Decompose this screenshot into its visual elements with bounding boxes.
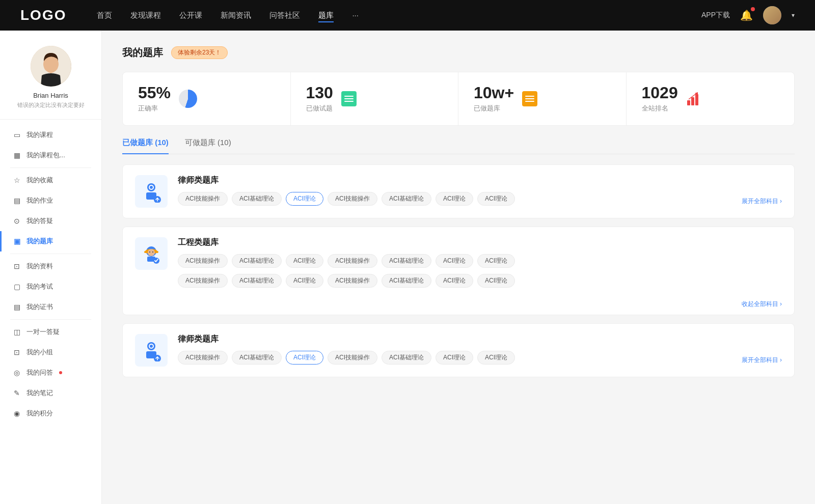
star-icon: ☆ — [12, 176, 21, 184]
nav-home[interactable]: 首页 — [97, 9, 112, 22]
user-dropdown-icon[interactable]: ▾ — [792, 12, 795, 19]
bank-1-tag-6[interactable]: ACI理论 — [477, 254, 515, 268]
document-icon: ▭ — [12, 131, 21, 139]
tab-available-banks[interactable]: 可做题库 (10) — [185, 138, 231, 154]
stat-done-questions-value: 130 — [306, 85, 333, 101]
list-line-1 — [344, 96, 354, 97]
bank-0-expand[interactable]: 展开全部科目 › — [742, 195, 782, 206]
sidebar-item-my-courses[interactable]: ▭ 我的课程 — [0, 125, 101, 145]
bank-1-r2-tag-6[interactable]: ACI理论 — [477, 274, 515, 288]
sidebar-motto: 错误的决定比没有决定要好 — [12, 101, 90, 109]
nav-news[interactable]: 新闻资讯 — [221, 9, 251, 22]
bank-1-r2-tag-0[interactable]: ACI技能操作 — [178, 274, 228, 288]
bank-2-tag-3[interactable]: ACI技能操作 — [328, 351, 377, 365]
bank-0-tag-3[interactable]: ACI技能操作 — [328, 192, 377, 206]
bank-1-r2-tag-1[interactable]: ACI基础理论 — [232, 274, 282, 288]
bank-1-tag-1[interactable]: ACI基础理论 — [232, 254, 282, 268]
bank-2-expand[interactable]: 展开全部科目 › — [742, 354, 782, 365]
bank-0-tag-0[interactable]: ACI技能操作 — [178, 192, 228, 206]
list-line-2 — [344, 98, 354, 99]
sidebar-label-notes: 我的笔记 — [26, 388, 53, 398]
exam-icon: ▢ — [12, 283, 21, 291]
list-line-3 — [344, 101, 354, 102]
sidebar-item-question-bank[interactable]: ▣ 我的题库 — [0, 231, 101, 251]
sidebar-item-notes[interactable]: ✎ 我的笔记 — [0, 383, 101, 403]
sidebar-item-course-package[interactable]: ▦ 我的课程包... — [0, 145, 101, 165]
bank-1-tag-4[interactable]: ACI基础理论 — [382, 254, 431, 268]
bank-1-r2-tag-3[interactable]: ACI技能操作 — [328, 274, 377, 288]
sidebar-avatar[interactable] — [31, 46, 71, 87]
bank-0-tag-2[interactable]: ACI理论 — [286, 192, 323, 206]
bank-1-r2-tag-4[interactable]: ACI基础理论 — [382, 274, 431, 288]
sidebar-menu: ▭ 我的课程 ▦ 我的课程包... ☆ 我的收藏 ▤ 我的作业 ⊙ 我的答疑 ▣ — [0, 125, 101, 424]
stat-done-questions-label: 已做试题 — [306, 104, 333, 113]
svg-point-18 — [149, 251, 150, 253]
sidebar-item-groups[interactable]: ⊡ 我的小组 — [0, 342, 101, 362]
stat-ranking: 1029 全站排名 — [627, 72, 795, 125]
sidebar-label-exams: 我的考试 — [26, 282, 53, 291]
bank-0-tag-4[interactable]: ACI基础理论 — [382, 192, 431, 206]
sidebar-item-certificates[interactable]: ▤ 我的证书 — [0, 297, 101, 317]
page-header: 我的题库 体验剩余23天！ — [122, 46, 795, 60]
bank-0-tag-6[interactable]: ACI理论 — [477, 192, 515, 206]
bank-2-icon-wrap — [135, 334, 168, 367]
list-lines-orange — [525, 96, 534, 102]
nav-qa[interactable]: 问答社区 — [269, 9, 300, 22]
svg-point-11 — [150, 186, 153, 189]
bank-0-tag-1[interactable]: ACI基础理论 — [232, 192, 282, 206]
bank-card-0-header: 律师类题库 ACI技能操作 ACI基础理论 ACI理论 ACI技能操作 ACI基… — [135, 175, 782, 208]
bank-2-tag-4[interactable]: ACI基础理论 — [382, 351, 431, 365]
nav-menu: 首页 发现课程 公开课 新闻资讯 问答社区 题库 ··· — [97, 9, 701, 22]
nav-open-course[interactable]: 公开课 — [179, 9, 202, 22]
stat-done-banks-text: 10w+ 已做题库 — [474, 85, 514, 113]
sidebar-item-homework[interactable]: ▤ 我的作业 — [0, 190, 101, 211]
bank-2-tag-1[interactable]: ACI基础理论 — [232, 351, 282, 365]
bank-1-tag-5[interactable]: ACI理论 — [436, 254, 473, 268]
bank-1-tag-0[interactable]: ACI技能操作 — [178, 254, 228, 268]
tab-done-banks[interactable]: 已做题库 (10) — [122, 138, 169, 154]
user-avatar[interactable] — [763, 6, 781, 24]
sidebar-item-exams[interactable]: ▢ 我的考试 — [0, 276, 101, 297]
main-layout: Brian Harris 错误的决定比没有决定要好 ▭ 我的课程 ▦ 我的课程包… — [0, 31, 815, 504]
sidebar-item-points[interactable]: ◉ 我的积分 — [0, 403, 101, 424]
navbar: LOGO 首页 发现课程 公开课 新闻资讯 问答社区 题库 ··· APP下载 … — [0, 0, 815, 31]
bank-1-tag-2[interactable]: ACI理论 — [286, 254, 323, 268]
logo[interactable]: LOGO — [20, 7, 66, 23]
bank-2-tag-0[interactable]: ACI技能操作 — [178, 351, 228, 365]
app-download-button[interactable]: APP下载 — [701, 11, 730, 20]
tabs-row: 已做题库 (10) 可做题库 (10) — [122, 138, 795, 154]
sidebar-item-profile[interactable]: ⊡ 我的资料 — [0, 256, 101, 276]
nav-discover[interactable]: 发现课程 — [130, 9, 161, 22]
stat-accuracy-text: 55% 正确率 — [138, 85, 171, 113]
stat-ranking-label: 全站排名 — [642, 104, 678, 113]
bank-card-2-inner: 律师类题库 ACI技能操作 ACI基础理论 ACI理论 ACI技能操作 ACI基… — [123, 324, 794, 377]
notification-bell[interactable]: 🔔 — [740, 9, 753, 21]
bank-2-tag-6[interactable]: ACI理论 — [477, 351, 515, 365]
bank-1-r2-tag-2[interactable]: ACI理论 — [286, 274, 323, 288]
sidebar-item-tutoring[interactable]: ◫ 一对一答疑 — [0, 322, 101, 342]
bank-2-tag-5[interactable]: ACI理论 — [436, 351, 473, 365]
bank-2-info: 律师类题库 ACI技能操作 ACI基础理论 ACI理论 ACI技能操作 ACI基… — [178, 334, 782, 365]
sidebar-label-question-bank: 我的题库 — [26, 237, 53, 246]
sidebar-item-my-qa[interactable]: ◎ 我的问答 — [0, 362, 101, 383]
homework-icon: ▤ — [12, 197, 21, 205]
bank-0-tag-5[interactable]: ACI理论 — [436, 192, 473, 206]
bank-card-1-header: 工程类题库 ACI技能操作 ACI基础理论 ACI理论 ACI技能操作 ACI基… — [135, 237, 782, 270]
sidebar-item-favorites[interactable]: ☆ 我的收藏 — [0, 170, 101, 190]
sidebar-divider-1 — [10, 167, 91, 168]
bank-1-collapse[interactable]: 收起全部科目 › — [123, 298, 794, 315]
bank-1-tag-3[interactable]: ACI技能操作 — [328, 254, 377, 268]
bell-icon: 🔔 — [740, 10, 753, 21]
bank-1-r2-tag-5[interactable]: ACI理论 — [436, 274, 473, 288]
stat-done-banks-value: 10w+ — [474, 85, 514, 101]
trial-badge: 体验剩余23天！ — [171, 46, 228, 59]
nav-question-bank[interactable]: 题库 — [318, 9, 334, 22]
bank-2-tag-2[interactable]: ACI理论 — [286, 351, 323, 365]
ranking-icon — [686, 91, 701, 106]
sidebar-label-my-qa: 我的问答 — [26, 368, 53, 377]
sidebar-item-questions[interactable]: ⊙ 我的答疑 — [0, 211, 101, 231]
sidebar-label-questions: 我的答疑 — [26, 216, 53, 226]
list-line-o1 — [525, 96, 534, 97]
nav-more[interactable]: ··· — [352, 9, 359, 22]
profile-icon: ⊡ — [12, 262, 21, 270]
